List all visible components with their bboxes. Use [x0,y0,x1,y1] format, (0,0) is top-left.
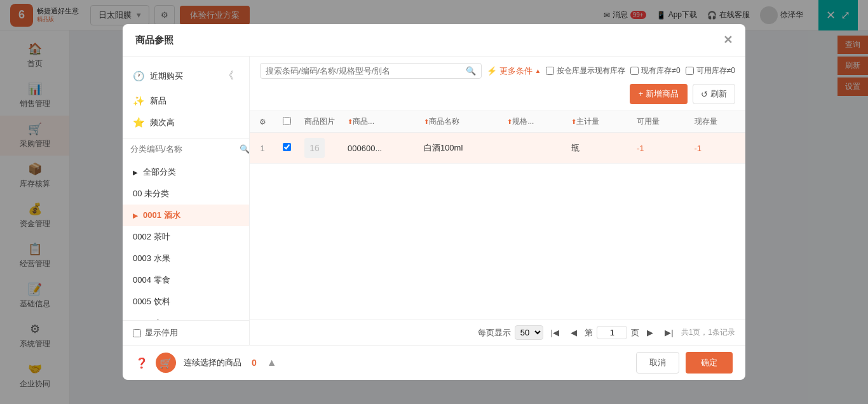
warehouse-checkbox[interactable] [546,67,554,75]
sort-icon: ⬆ [507,118,512,125]
close-button[interactable]: ✕ [723,33,733,47]
pagination: 每页显示 50 |◀ ◀ 第 页 ▶ ▶| 共1页，1条记录 [250,320,745,345]
th-unit[interactable]: ⬆主计量 [565,111,630,133]
modal-right-panel: 🔍 ⚡ 更多条件 ▲ 按仓库显示现有库存 现有库存≠0 [250,57,745,345]
category-item-all[interactable]: ▶ 全部分类 [123,161,249,183]
show-disabled-label[interactable]: 显示停用 [145,327,178,339]
category-item-0[interactable]: 00 未分类 [123,183,249,205]
product-table-container: ⚙ 商品图片 ⬆商品... ⬆商品名称 [250,111,745,320]
search-icon[interactable]: 🔍 [240,144,250,154]
modal-left-panel: 🕐 近期购买 《 ✨ 新品 ⭐ 频次高 🔍 [123,57,250,345]
warehouse-filter: 按仓库显示现有库存 [546,65,625,76]
toolbar-right: + 新增商品 ↺ 刷新 [630,84,735,104]
product-code-cell: 000600... [341,133,417,164]
per-page-select[interactable]: 50 [515,325,543,340]
cart-icon: 🛒 [156,353,176,373]
th-settings[interactable]: ⚙ [250,111,275,133]
product-image-cell: 16 [298,133,341,164]
th-image: 商品图片 [298,111,341,133]
modal-overlay: 商品参照 ✕ 🕐 近期购买 《 ✨ 新品 ⭐ [0,0,868,404]
category-item-3[interactable]: 0003 水果 [123,248,249,269]
available-filter: 可用库存≠0 [686,65,735,76]
filter-button[interactable]: ⚡ 更多条件 ▲ [487,65,541,77]
th-available: 可用量 [630,111,688,133]
chevron-right-icon: ▶ [133,212,138,219]
chevron-right-icon: ▶ [133,169,138,176]
row-checkbox-cell [275,133,298,164]
category-list: ▶ 全部分类 00 未分类 ▶ 0001 酒水 0002 茶叶 0003 水果 [123,159,249,320]
page-number-input[interactable] [597,326,627,339]
confirm-button[interactable]: 确定 [686,352,733,374]
recent-icon: 🕐 [133,71,145,82]
filter-icon: ⚡ [487,66,497,76]
show-disabled-area: 显示停用 [123,320,249,345]
modal-toolbar: 🔍 ⚡ 更多条件 ▲ 按仓库显示现有库存 现有库存≠0 [250,57,745,111]
category-item-1[interactable]: ▶ 0001 酒水 [123,205,249,226]
menu-item-frequent[interactable]: ⭐ 频次高 [123,112,249,133]
modal-body: 🕐 近期购买 《 ✨ 新品 ⭐ 频次高 🔍 [123,57,745,345]
product-name-cell: 白酒100ml [417,133,501,164]
th-spec[interactable]: ⬆规格... [501,111,564,133]
category-search-box: 🔍 [123,139,249,159]
last-page-button[interactable]: ▶| [661,327,677,339]
product-stock-cell: -1 [688,133,746,164]
frequent-icon: ⭐ [133,117,145,128]
th-code[interactable]: ⬆商品... [341,111,417,133]
th-checkbox [275,111,298,133]
product-spec-cell [501,133,564,164]
modal-title: 商品参照 [135,34,173,46]
refresh-icon: ↺ [701,90,708,99]
sort-icon: ⬆ [348,118,353,125]
menu-item-recent[interactable]: 🕐 近期购买 《 [123,62,249,90]
footer-actions: 取消 确定 [636,352,733,374]
existing-filter: 现有库存≠0 [630,65,680,76]
chevron-up-icon: ▲ [535,67,541,74]
modal-footer: ❓ 🛒 连续选择的商品 0 ▲ 取消 确定 [123,345,745,380]
first-page-button[interactable]: |◀ [547,327,563,339]
selected-count: 0 [252,358,257,368]
collapse-button[interactable]: 《 [219,67,239,85]
th-stock: 现存量 [688,111,746,133]
row-checkbox[interactable] [283,143,291,151]
cancel-button[interactable]: 取消 [636,352,679,374]
total-info: 共1页，1条记录 [681,327,735,338]
existing-checkbox[interactable] [630,67,639,75]
collapse-icon[interactable]: ▲ [267,357,277,368]
category-item-4[interactable]: 0004 零食 [123,269,249,291]
available-checkbox[interactable] [686,67,694,75]
add-product-button[interactable]: + 新增商品 [630,84,688,104]
category-item-2[interactable]: 0002 茶叶 [123,226,249,248]
left-quick-menu: 🕐 近期购买 《 ✨ 新品 ⭐ 频次高 [123,57,249,139]
modal-header: 商品参照 ✕ [123,24,745,57]
category-search-input[interactable] [130,144,237,154]
sort-icon: ⬆ [571,118,576,125]
new-icon: ✨ [133,95,145,107]
product-search-box: 🔍 [260,63,482,79]
product-image: 16 [304,138,325,158]
th-name[interactable]: ⬆商品名称 [417,111,501,133]
next-page-button[interactable]: ▶ [643,327,657,339]
category-item-5[interactable]: 0005 饮料 [123,291,249,313]
row-number: 1 [250,133,275,164]
product-available-cell: -1 [630,133,688,164]
sort-icon: ⬆ [424,118,429,125]
select-all-checkbox[interactable] [283,117,291,125]
show-disabled-checkbox[interactable] [133,329,141,337]
product-reference-modal: 商品参照 ✕ 🕐 近期购买 《 ✨ 新品 ⭐ [123,24,745,380]
refresh-button[interactable]: ↺ 刷新 [693,84,735,104]
category-item-6[interactable]: 0008 水 [123,313,249,320]
menu-item-new[interactable]: ✨ 新品 [123,90,249,112]
prev-page-button[interactable]: ◀ [567,327,581,339]
search-icon[interactable]: 🔍 [466,66,476,76]
product-table: ⚙ 商品图片 ⬆商品... ⬆商品名称 [250,111,745,164]
table-row[interactable]: 1 16 000600... [250,133,745,164]
product-search-input[interactable] [266,66,463,76]
table-header-row: ⚙ 商品图片 ⬆商品... ⬆商品名称 [250,111,745,133]
product-unit-cell: 瓶 [565,133,630,164]
help-icon[interactable]: ❓ [135,357,148,369]
